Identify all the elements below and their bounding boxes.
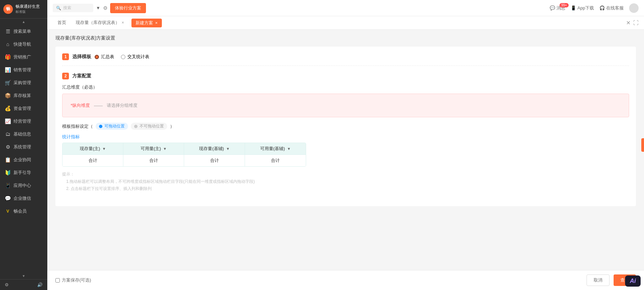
indicator-label-text: 模板指标设定（ (62, 123, 93, 129)
col-header-3-chevron[interactable]: ▼ (226, 147, 230, 151)
dimension-box[interactable]: *纵向维度 —— 请选择分组维度 (62, 94, 629, 117)
indicator-movable-toggle[interactable]: 可拖动位置 (96, 123, 128, 130)
tab-new-close-icon[interactable]: × (155, 20, 158, 25)
save-label: 方案保存(可选) (62, 277, 91, 283)
tab-inventory-label: 现存量（库存状况表） (76, 20, 120, 26)
tabs-bar: 首页 现存量（库存状况表） × 新建方案 × ✕ ⛶ (47, 16, 644, 30)
tab-expand-button[interactable]: ⛶ (633, 20, 639, 26)
sidebar-nav: ☰ 搜索菜单 ⌂ 快捷导航 🎁 营销推广 📊 销售管理 🛒 采购管理 📦 库存核… (0, 25, 47, 273)
save-checkbox[interactable] (55, 278, 60, 283)
step1-title: 选择模板 (72, 54, 91, 60)
sidebar-item-system[interactable]: ⚙ 系统管理 (0, 141, 47, 153)
step1-num: 1 (62, 53, 69, 60)
sidebar-item-guide[interactable]: 🔰 新手引导 (0, 166, 47, 179)
col-header-3[interactable]: 现存量(基辅) ▼ (184, 143, 245, 154)
sidebar-item-label: 快捷导航 (14, 41, 31, 47)
col-header-4-chevron[interactable]: ▼ (287, 147, 291, 151)
sidebar-item-app-center[interactable]: 📱 应用中心 (0, 179, 47, 192)
tips-title: 提示： (62, 171, 629, 178)
topbar: 🔍 搜索 ▼ ⚙ 体验行业方案 💬 消息 99+ 📱 App下载 🎧 在线客服 (47, 0, 644, 16)
sidebar-item-enterprise[interactable]: 📋 企业协同 (0, 153, 47, 166)
tab-home-label: 首页 (57, 20, 66, 26)
movable-label: 可拖动位置 (104, 123, 125, 129)
message-button[interactable]: 💬 消息 99+ (550, 5, 565, 11)
sidebar-item-quick-nav[interactable]: ⌂ 快捷导航 (0, 38, 47, 51)
settings-icon[interactable]: ⚙ (5, 282, 9, 287)
cancel-button[interactable]: 取消 (587, 274, 610, 286)
tip-2: 2. 点击标题栏下拉可设置排序、插入列和删除列 (62, 185, 629, 193)
col-header-1[interactable]: 现存量(主) ▼ (63, 143, 123, 154)
tab-close-button[interactable]: ✕ (626, 20, 630, 26)
guide-icon: 🔰 (5, 170, 11, 176)
stats-title: 统计指标 (62, 134, 629, 140)
col-header-2[interactable]: 可用量(主) ▼ (123, 143, 184, 154)
topbar-search[interactable]: 🔍 搜索 (53, 4, 93, 12)
gear-icon[interactable]: ⚙ (103, 5, 107, 11)
main-area: 🔍 搜索 ▼ ⚙ 体验行业方案 💬 消息 99+ 📱 App下载 🎧 在线客服 (47, 0, 644, 290)
topbar-dropdown[interactable]: ▼ (96, 5, 100, 10)
sidebar-item-weixin[interactable]: 💬 企业微信 (0, 192, 47, 205)
sidebar-item-label: 新手引导 (14, 170, 31, 176)
phone-icon: 📱 (571, 5, 576, 10)
trial-button[interactable]: 体验行业方案 (110, 3, 146, 13)
dimension-dash: —— (94, 103, 103, 108)
cell-1-1: 合计 (63, 154, 123, 166)
stats-table-header: 现存量(主) ▼ 可用量(主) ▼ 现存量(基辅) ▼ (63, 143, 306, 154)
ai-badge: Ai (625, 275, 641, 287)
radio-summary-label: 汇总表 (101, 54, 114, 60)
sidebar-item-label: 营销推广 (14, 54, 31, 60)
folder-icon: 🗂 (5, 131, 11, 137)
sidebar-item-label: 库存核算 (14, 93, 31, 99)
sidebar-scroll-up[interactable]: ▲ (0, 19, 47, 25)
search-icon: 🔍 (56, 6, 61, 10)
col-header-4[interactable]: 可用量(基辅) ▼ (245, 143, 306, 154)
radio-summary-input[interactable] (95, 55, 99, 59)
sidebar-item-search-menu[interactable]: ☰ 搜索菜单 (0, 25, 47, 38)
col-header-1-chevron[interactable]: ▼ (102, 147, 106, 151)
cell-1-2: 合计 (123, 154, 184, 166)
tab-inventory-close[interactable]: × (122, 20, 124, 25)
dimension-config-label: 汇总维度（必选） (62, 84, 629, 90)
radio-cross[interactable]: 交叉统计表 (121, 54, 149, 60)
home-icon: ⌂ (5, 41, 11, 47)
indicator-fixed-toggle[interactable]: 不可拖动位置 (131, 123, 167, 130)
tab-inventory[interactable]: 现存量（库存状况表） × (71, 16, 129, 30)
user-avatar[interactable] (629, 3, 639, 13)
app-logo: 畅 畅康通好生意 标准版 (0, 0, 47, 19)
sidebar-item-finance[interactable]: 💰 资金管理 (0, 102, 47, 115)
topbar-right: 💬 消息 99+ 📱 App下载 🎧 在线客服 (550, 3, 639, 13)
sidebar-item-sales[interactable]: 📊 销售管理 (0, 64, 47, 76)
step2-section: 2 方案配置 汇总维度（必选） *纵向维度 —— 请选择分组维度 模板指标设定（ (62, 73, 629, 193)
sidebar: 畅 畅康通好生意 标准版 ▲ ☰ 搜索菜单 ⌂ 快捷导航 🎁 营销推广 📊 销售… (0, 0, 47, 290)
radio-summary[interactable]: 汇总表 (95, 54, 114, 60)
search-placeholder: 搜索 (63, 5, 71, 11)
speaker-icon[interactable]: 🔊 (37, 282, 43, 287)
sidebar-item-member[interactable]: V 畅会员 (0, 205, 47, 218)
sidebar-item-inventory[interactable]: 📦 库存核算 (0, 89, 47, 102)
sidebar-item-operation[interactable]: 📈 经营管理 (0, 115, 47, 128)
content-area: 现存量(库存状况表)方案设置 1 选择模板 汇总表 交叉统计表 (47, 30, 644, 270)
sidebar-item-label: 资金管理 (14, 105, 31, 112)
app-download-button[interactable]: 📱 App下载 (571, 5, 594, 11)
template-radio-group: 汇总表 交叉统计表 (95, 54, 149, 60)
sidebar-item-basic-info[interactable]: 🗂 基础信息 (0, 128, 47, 141)
indicator-suffix: ） (170, 123, 174, 129)
stats-section: 统计指标 现存量(主) ▼ 可用量(主) ▼ (62, 134, 629, 167)
search-menu-icon: ☰ (5, 28, 11, 34)
online-service-button[interactable]: 🎧 在线客服 (599, 5, 624, 11)
sidebar-item-marketing[interactable]: 🎁 营销推广 (0, 51, 47, 64)
step1-header: 1 选择模板 汇总表 交叉统计表 (62, 53, 629, 60)
save-option[interactable]: 方案保存(可选) (55, 277, 91, 283)
money-icon: 💰 (5, 105, 11, 112)
app-version: 标准版 (16, 9, 40, 14)
sidebar-scroll-down[interactable]: ▼ (0, 273, 47, 279)
right-edge-handle[interactable] (641, 138, 644, 152)
tab-home[interactable]: 首页 (53, 16, 71, 30)
sidebar-item-label: 采购管理 (14, 80, 31, 86)
dimension-placeholder: 请选择分组维度 (107, 102, 138, 108)
tab-new-scheme[interactable]: 新建方案 × (131, 19, 162, 27)
col-header-2-chevron[interactable]: ▼ (163, 147, 167, 151)
sidebar-item-purchase[interactable]: 🛒 采购管理 (0, 76, 47, 89)
sidebar-item-label: 企业协同 (14, 157, 31, 163)
radio-cross-input[interactable] (121, 55, 125, 59)
